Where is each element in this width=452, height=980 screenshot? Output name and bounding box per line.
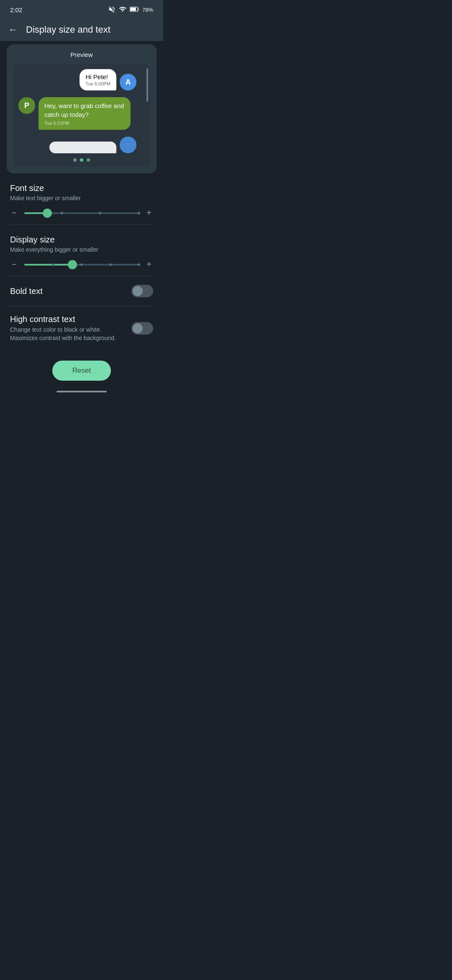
received-message-time: Tue 6:01PM bbox=[44, 121, 125, 126]
chat-message-sent: Hi Pete! Tue 6:00PM A bbox=[18, 69, 136, 90]
sent-message-text: Hi Pete! bbox=[85, 73, 110, 80]
font-size-section: Font size Make text bigger or smaller − … bbox=[0, 173, 163, 224]
font-size-minus[interactable]: − bbox=[10, 208, 18, 218]
high-contrast-info: High contrast text Change text color to … bbox=[10, 315, 119, 342]
font-size-tick-1 bbox=[61, 212, 63, 214]
back-button[interactable]: ← bbox=[8, 24, 18, 35]
high-contrast-section: High contrast text Change text color to … bbox=[0, 306, 163, 351]
svg-rect-2 bbox=[130, 8, 136, 11]
chat-message-received: P Hey, want to grab coffee and catch up … bbox=[18, 97, 136, 130]
font-size-slider[interactable] bbox=[24, 209, 139, 217]
high-contrast-description: Change text color to black or white. Max… bbox=[10, 326, 119, 342]
received-message-text: Hey, want to grab coffee and catch up to… bbox=[44, 101, 125, 119]
svg-rect-1 bbox=[138, 8, 139, 10]
preview-chat-area: Hi Pete! Tue 6:00PM A P Hey, want to gra… bbox=[13, 64, 150, 167]
display-size-section: Display size Make everything bigger or s… bbox=[0, 225, 163, 276]
display-size-description: Make everything bigger or smaller bbox=[10, 246, 153, 253]
font-size-tick-2 bbox=[99, 212, 101, 214]
font-size-title: Font size bbox=[10, 183, 153, 193]
display-size-tick-4 bbox=[138, 263, 140, 266]
chat-message-partial bbox=[18, 137, 136, 153]
dot-3 bbox=[87, 158, 90, 162]
display-size-plus[interactable]: + bbox=[145, 260, 153, 269]
sent-avatar: A bbox=[120, 74, 136, 90]
page-title: Display size and text bbox=[26, 24, 110, 35]
display-size-thumb[interactable] bbox=[68, 260, 77, 269]
home-bar bbox=[56, 391, 107, 392]
mute-icon bbox=[108, 5, 116, 14]
bold-text-info: Bold text bbox=[10, 286, 43, 296]
status-bar: 2:02 78% bbox=[0, 0, 163, 18]
display-size-slider-row: − + bbox=[10, 260, 153, 269]
display-size-tick-3 bbox=[109, 263, 112, 266]
home-indicator bbox=[0, 387, 163, 397]
reset-section: Reset bbox=[0, 351, 163, 387]
preview-section: Preview Hi Pete! Tue 6:00PM A P Hey, wan… bbox=[7, 44, 157, 173]
display-size-minus[interactable]: − bbox=[10, 260, 18, 269]
chat-bubble-received: Hey, want to grab coffee and catch up to… bbox=[39, 97, 131, 130]
battery-percent: 78% bbox=[142, 7, 153, 13]
font-size-plus[interactable]: + bbox=[145, 208, 153, 218]
display-size-tick-2 bbox=[80, 263, 83, 266]
wifi-icon bbox=[119, 5, 126, 14]
bold-text-title: Bold text bbox=[10, 286, 43, 296]
top-bar: ← Display size and text bbox=[0, 18, 163, 41]
preview-dots bbox=[18, 158, 145, 162]
font-size-slider-row: − + bbox=[10, 208, 153, 218]
reset-button[interactable]: Reset bbox=[52, 361, 111, 381]
dot-2 bbox=[80, 158, 83, 162]
display-size-tick-1 bbox=[52, 263, 54, 266]
received-avatar: P bbox=[18, 97, 35, 114]
font-size-description: Make text bigger or smaller bbox=[10, 195, 153, 201]
status-icons: 78% bbox=[108, 5, 153, 14]
high-contrast-toggle[interactable] bbox=[131, 322, 153, 335]
font-size-tick-3 bbox=[138, 212, 140, 214]
bold-text-toggle-knob bbox=[133, 286, 143, 296]
dot-1 bbox=[73, 158, 77, 162]
preview-label: Preview bbox=[13, 51, 150, 58]
font-size-thumb[interactable] bbox=[43, 209, 52, 218]
bold-text-section: Bold text bbox=[0, 276, 163, 306]
sent-message-time: Tue 6:00PM bbox=[85, 81, 110, 86]
high-contrast-title: High contrast text bbox=[10, 315, 119, 324]
chat-bubble-partial bbox=[49, 142, 116, 153]
display-size-title: Display size bbox=[10, 235, 153, 245]
battery-icon bbox=[130, 6, 139, 13]
display-size-slider[interactable] bbox=[24, 260, 139, 269]
partial-avatar bbox=[120, 137, 136, 153]
bold-text-toggle[interactable] bbox=[131, 285, 153, 297]
high-contrast-toggle-knob bbox=[133, 323, 143, 333]
status-time: 2:02 bbox=[10, 6, 22, 13]
chat-bubble-sent: Hi Pete! Tue 6:00PM bbox=[80, 69, 116, 90]
